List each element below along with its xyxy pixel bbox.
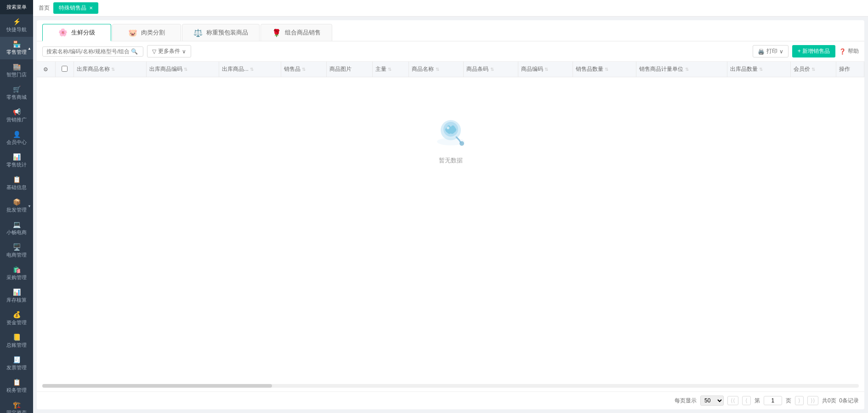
sidebar-item-retail[interactable]: 🏪 零售管理 ▲	[0, 37, 33, 59]
sidebar-item-label: 批发管理	[6, 206, 27, 213]
home-breadcrumb[interactable]: 首页	[39, 4, 50, 12]
toolbar-right: 🖨️ 打印 ∨ + 新增销售品 ❓ 帮助	[753, 45, 859, 57]
table-container: ⚙ 出库商品名称 ⇅ 出库商品编码 ⇅ 出库商品	[37, 62, 864, 384]
quicknav-icon: ⚡	[13, 18, 21, 25]
sort-icon: ⇅	[545, 67, 548, 72]
th-settings[interactable]: ⚙	[37, 62, 55, 77]
active-tab[interactable]: 特殊销售品 ✕	[53, 2, 98, 14]
ecomsmall-icon: 💻	[13, 221, 21, 228]
sidebar-item-ecommgmt[interactable]: 🖥️ 电商管理	[0, 240, 33, 262]
horizontal-scrollbar[interactable]	[42, 384, 859, 388]
th-sale-quantity[interactable]: 销售品数量 ⇅	[573, 62, 636, 77]
sidebar-item-label: 资金管理	[6, 319, 27, 326]
tax-icon: 📋	[13, 379, 21, 386]
ledger-icon: 📒	[13, 333, 21, 341]
inventory-icon: 📊	[13, 288, 21, 296]
th-product-image[interactable]: 商品图片	[327, 62, 373, 77]
sidebar-item-retailmall[interactable]: 🛒 零售商城	[0, 82, 33, 104]
add-button[interactable]: + 新增销售品	[792, 45, 835, 57]
th-member-price[interactable]: 会员价 ⇅	[791, 62, 836, 77]
sidebar-item-smartstore[interactable]: 🏬 智慧门店	[0, 59, 33, 82]
close-tab-icon[interactable]: ✕	[89, 6, 93, 11]
sidebar-item-label: 总账管理	[6, 342, 27, 349]
sidebar-item-ecomsmall[interactable]: 💻 小畅电商	[0, 217, 33, 240]
th-sale-unit[interactable]: 销售商品计量单位 ⇅	[636, 62, 727, 77]
svg-point-4	[460, 141, 464, 146]
th-main-quantity[interactable]: 主量 ⇅	[373, 62, 409, 77]
print-icon: 🖨️	[758, 48, 765, 55]
tab-fresh-grading-label: 生鲜分级	[71, 29, 95, 37]
sidebar-item-member[interactable]: 👤 会员中心	[0, 127, 33, 149]
page-input[interactable]	[764, 396, 782, 405]
sort-icon: ⇅	[250, 67, 254, 72]
sidebar-item-marketing[interactable]: 📢 营销推广	[0, 104, 33, 127]
filter-button[interactable]: ▽ 更多条件 ∨	[147, 45, 191, 57]
search-icon[interactable]: 🔍	[131, 48, 138, 55]
prev-page-button[interactable]: ⟨	[742, 396, 751, 405]
sidebar-item-finance[interactable]: 💰 资金管理	[0, 307, 33, 330]
total-count: 0条记录	[839, 397, 859, 404]
th-out-product-more[interactable]: 出库商品... ⇅	[219, 62, 281, 77]
print-arrow-icon: ∨	[779, 48, 783, 55]
sidebar-item-basicinfo1[interactable]: 📋 基础信息	[0, 172, 33, 195]
sidebar-item-label: 基础信息	[6, 184, 27, 191]
search-input[interactable]	[46, 48, 129, 55]
smartstore-icon: 🏬	[13, 63, 21, 70]
print-label: 打印	[766, 47, 777, 55]
th-out-product-code[interactable]: 出库商品编码 ⇅	[146, 62, 219, 77]
th-out-quantity[interactable]: 出库品数量 ⇅	[727, 62, 790, 77]
search-box[interactable]: 🔍	[42, 46, 143, 57]
retailmall-icon: 🛒	[13, 86, 21, 93]
sidebar-item-invoice[interactable]: 🧾 发票管理	[0, 352, 33, 375]
last-page-button[interactable]: ⟩⟩	[807, 396, 818, 405]
table-header-row: ⚙ 出库商品名称 ⇅ 出库商品编码 ⇅ 出库商品	[37, 62, 864, 77]
per-page-select[interactable]: 50 100 200	[700, 396, 724, 406]
sidebar-item-retailstat[interactable]: 📊 零售统计	[0, 149, 33, 172]
first-page-button[interactable]: ⟨⟨	[727, 396, 738, 405]
tab-weighted-prepack-label: 称重预包装商品	[206, 29, 248, 37]
sidebar-item-ledger[interactable]: 📒 总账管理	[0, 330, 33, 352]
sort-icon: ⇅	[184, 67, 187, 72]
tab-combo-sale-label: 组合商品销售	[285, 29, 321, 37]
tab-weighted-prepack[interactable]: ⚖️ 称重预包装商品	[182, 24, 260, 41]
sidebar-item-label: 快捷导航	[6, 26, 27, 33]
page-content: 🌸 生鲜分级 🐷 肉类分割 ⚖️ 称重预包装商品 🌹 组合商品销售 🔍	[37, 20, 864, 409]
tab-meat-cutting[interactable]: 🐷 肉类分割	[112, 24, 181, 41]
sidebar-item-label: 电商管理	[6, 252, 27, 258]
sidebar-item-inventory[interactable]: 📊 库存核算	[0, 285, 33, 307]
sidebar-item-fixedasset[interactable]: 🏗️ 固定资产	[0, 397, 33, 413]
sidebar-item-tax[interactable]: 📋 税务管理	[0, 375, 33, 397]
th-checkbox[interactable]	[55, 62, 74, 77]
topbar: 首页 特殊销售品 ✕	[33, 0, 868, 17]
next-page-button[interactable]: ⟩	[795, 396, 804, 405]
th-product-code[interactable]: 商品编码 ⇅	[518, 62, 573, 77]
page-unit-label: 页	[786, 397, 791, 405]
select-all-checkbox[interactable]	[62, 66, 68, 72]
tab-combo-sale[interactable]: 🌹 组合商品销售	[261, 24, 332, 41]
tab-fresh-grading[interactable]: 🌸 生鲜分级	[42, 24, 111, 41]
th-out-product-name[interactable]: 出库商品名称 ⇅	[74, 62, 146, 77]
filter-arrow-icon: ∨	[182, 48, 186, 55]
sort-icon: ⇅	[388, 67, 391, 72]
sidebar-item-quicknav[interactable]: ⚡ 快捷导航	[0, 14, 33, 37]
tab-meat-cutting-label: 肉类分割	[141, 29, 165, 37]
empty-state: 暂无数据	[37, 77, 864, 201]
sort-icon: ⇅	[811, 67, 815, 72]
sidebar-item-label: 采购管理	[6, 274, 27, 281]
sidebar-item-label: 智慧门店	[6, 71, 27, 78]
member-icon: 👤	[13, 131, 21, 138]
th-barcode[interactable]: 商品条码 ⇅	[464, 62, 518, 77]
sidebar-item-purchase[interactable]: 🛍️ 采购管理	[0, 262, 33, 285]
print-button[interactable]: 🖨️ 打印 ∨	[753, 45, 789, 57]
meat-cutting-icon: 🐷	[128, 29, 137, 37]
sidebar-logo[interactable]: 搜索菜单	[0, 0, 33, 14]
th-sale-product[interactable]: 销售品 ⇅	[281, 62, 326, 77]
fresh-grading-icon: 🌸	[58, 28, 68, 37]
help-button[interactable]: ❓ 帮助	[839, 47, 859, 55]
sidebar-item-wholesale[interactable]: 📦 批发管理 ▼	[0, 195, 33, 217]
data-table: ⚙ 出库商品名称 ⇅ 出库商品编码 ⇅ 出库商品	[37, 62, 864, 77]
scrollbar-thumb[interactable]	[42, 384, 272, 388]
help-label: 帮助	[848, 47, 859, 55]
th-product-name[interactable]: 商品名称 ⇅	[409, 62, 464, 77]
sidebar-item-label: 小畅电商	[6, 229, 27, 236]
